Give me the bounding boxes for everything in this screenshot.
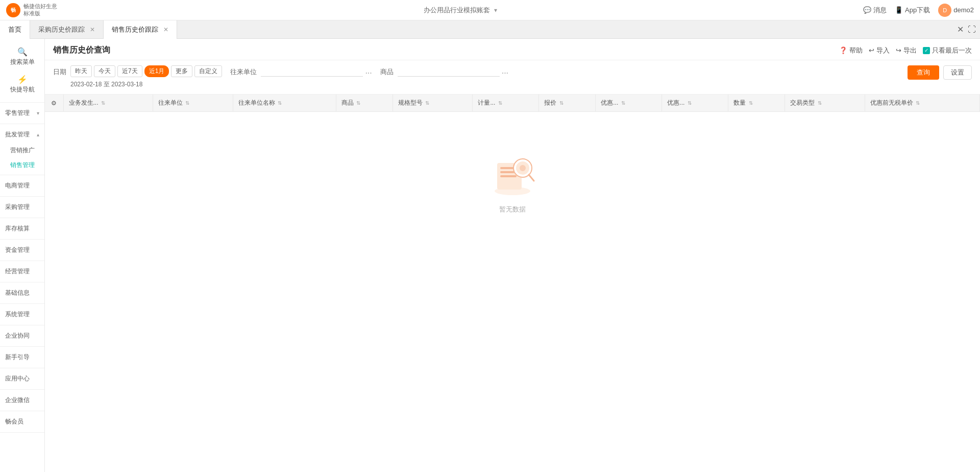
sidebar-section-beginner: 新手引导 [0,347,44,368]
col-trade-type-label: 交易类型 [790,99,815,106]
gear-icon: ⚙ [51,100,57,107]
date-btn-7days[interactable]: 近7天 [117,65,142,77]
date-btn-1month[interactable]: 近1月 [144,65,169,77]
table-col-trade-type[interactable]: 交易类型 ⇅ [785,95,865,112]
table-col-price[interactable]: 报价 ⇅ [539,95,596,112]
date-btn-custom[interactable]: 自定义 [194,65,222,77]
table-col-discount2[interactable]: 优惠... ⇅ [662,95,728,112]
svg-rect-4 [500,175,517,177]
table-col-partner-code[interactable]: 往来单位 ⇅ [153,95,233,112]
col-spec-sort-icon: ⇅ [425,100,429,106]
sidebar-item-ecommerce[interactable]: 电商管理 [0,177,44,194]
tab-sales-history[interactable]: 销售历史价跟踪 ✕ [104,20,177,39]
tab-sales-label: 销售历史价跟踪 [112,25,158,34]
maximize-button[interactable]: ⛶ [968,25,976,34]
sidebar-item-system[interactable]: 系统管理 [0,306,44,323]
table-header-row: ⚙ 业务发生... ⇅ 往来单位 ⇅ 往来单位名称 [45,95,980,112]
sidebar-item-member[interactable]: 畅会员 [0,413,44,430]
table-col-pretax-price[interactable]: 优惠前无税单价 ⇅ [865,95,979,112]
quick-nav-icon: ⚡ [17,75,28,84]
partner-dots-button[interactable]: ... [365,66,372,76]
table-col-biz-date[interactable]: 业务发生... ⇅ [63,95,153,112]
main-layout: 🔍 搜索菜单 ⚡ 快捷导航 零售管理 ▾ 批发管理 ▴ 营销推广 销售 [0,39,980,472]
sidebar-section-wholesale: 批发管理 ▴ 营销推广 销售管理 [0,124,44,175]
import-button[interactable]: ↩ 导入 [869,46,890,55]
sidebar-item-wholesale[interactable]: 批发管理 ▴ [0,126,44,143]
table-col-goods[interactable]: 商品 ⇅ [336,95,393,112]
svg-line-7 [529,175,534,181]
enterprise-coop-label: 企业协同 [5,332,30,340]
data-table: ⚙ 业务发生... ⇅ 往来单位 ⇅ 往来单位名称 [45,95,980,112]
goods-dots-button[interactable]: ... [502,66,508,76]
table-col-discount1[interactable]: 优惠... ⇅ [596,95,662,112]
table-col-gear[interactable]: ⚙ [45,95,63,112]
tab-purchase-close-icon[interactable]: ✕ [90,26,95,33]
table-col-unit[interactable]: 计量... ⇅ [473,95,539,112]
setting-button[interactable]: 设置 [943,65,972,80]
goods-input[interactable] [398,65,500,77]
col-price-sort-icon: ⇅ [559,100,564,106]
sidebar-item-search[interactable]: 🔍 搜索菜单 [0,43,44,70]
logo-area: 畅 畅捷信好生意 标准版 [6,3,57,17]
partner-input[interactable] [261,65,363,77]
col-trade-type-sort-icon: ⇅ [818,100,822,106]
col-goods-sort-icon: ⇅ [356,100,360,106]
sidebar-item-quick-nav[interactable]: ⚡ 快捷导航 [0,70,44,98]
beginner-label: 新手引导 [5,353,30,362]
sidebar-section-ecommerce: 电商管理 [0,175,44,197]
retail-arrow-icon: ▾ [37,110,39,116]
wholesale-arrow-icon: ▴ [37,132,39,137]
member-label: 畅会员 [5,417,23,426]
goods-input-group: ... [398,65,508,77]
close-all-tabs-button[interactable]: ✕ [957,25,964,34]
topbar-right: 💬 消息 📱 App下载 D demo2 [863,4,974,17]
table-col-partner-name[interactable]: 往来单位名称 ⇅ [233,95,336,112]
col-discount2-label: 优惠... [667,99,684,106]
help-button[interactable]: ❓ 帮助 [839,46,863,55]
table-col-spec[interactable]: 规格型号 ⇅ [393,95,473,112]
goods-filter-label: 商品 [380,65,394,77]
sidebar-item-marketing[interactable]: 营销推广 [0,143,44,158]
ecommerce-label: 电商管理 [5,181,30,190]
message-button[interactable]: 💬 消息 [863,6,887,15]
sidebar-section-member: 畅会员 [0,411,44,433]
table-col-quantity[interactable]: 数量 ⇅ [728,95,785,112]
date-btn-today[interactable]: 今天 [94,65,115,77]
sidebar-section-operations: 经营管理 [0,261,44,282]
username: demo2 [953,6,974,14]
page-container: 销售历史价查询 ❓ 帮助 ↩ 导入 ↪ 导出 [45,39,980,472]
sidebar-item-basics[interactable]: 基础信息 [0,285,44,301]
sidebar-item-sales-mgmt[interactable]: 销售管理 [0,158,44,173]
tab-home[interactable]: 首页 [0,20,30,39]
user-avatar-area[interactable]: D demo2 [938,4,974,17]
export-button[interactable]: ↪ 导出 [896,46,917,55]
basics-label: 基础信息 [5,289,30,297]
tab-purchase-history[interactable]: 采购历史价跟踪 ✕ [30,20,104,39]
only-last-checkbox[interactable] [923,47,930,54]
sidebar-item-enterprise-coop[interactable]: 企业协同 [0,327,44,344]
sidebar-item-purchase[interactable]: 采购管理 [0,199,44,216]
app-title-dropdown-icon[interactable]: ▾ [494,7,497,14]
content-area: 销售历史价查询 ❓ 帮助 ↩ 导入 ↪ 导出 [45,39,980,472]
page-title: 销售历史价查询 [53,45,110,56]
sidebar-item-retail[interactable]: 零售管理 ▾ [0,105,44,122]
sidebar-item-operations[interactable]: 经营管理 [0,263,44,280]
col-partner-code-label: 往来单位 [158,99,183,106]
sidebar-item-apps[interactable]: 应用中心 [0,370,44,387]
query-button[interactable]: 查询 [908,65,939,80]
sidebar-item-inventory[interactable]: 库存核算 [0,220,44,237]
sidebar-item-enterprise-wechat[interactable]: 企业微信 [0,392,44,409]
col-discount1-label: 优惠... [601,99,618,106]
app-download-button[interactable]: 📱 App下载 [895,6,930,15]
tab-sales-close-icon[interactable]: ✕ [163,26,168,33]
col-discount1-sort-icon: ⇅ [621,100,625,106]
partner-filter-label: 往来单位 [230,65,257,77]
date-btn-yesterday[interactable]: 昨天 [70,65,92,77]
date-btn-more[interactable]: 更多 [171,65,192,77]
sidebar-item-beginner[interactable]: 新手引导 [0,349,44,366]
col-biz-date-label: 业务发生... [69,99,99,106]
only-last-checkbox-wrapper[interactable]: 只看最后一次 [923,46,972,55]
inventory-label: 库存核算 [5,224,30,233]
col-unit-label: 计量... [478,99,495,106]
sidebar-item-finance[interactable]: 资金管理 [0,242,44,258]
